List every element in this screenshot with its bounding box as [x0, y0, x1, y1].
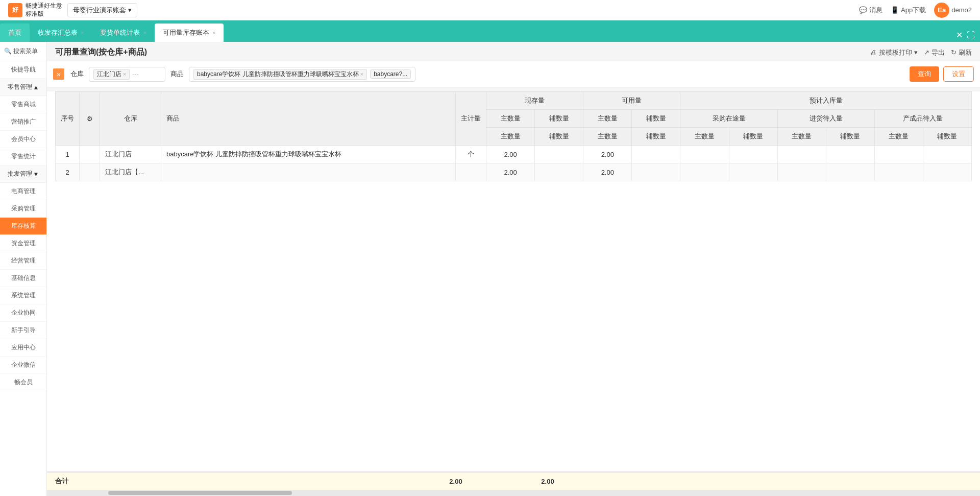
th-prod-aux: 辅数量	[923, 128, 971, 146]
warehouse-ellipsis[interactable]: ···	[133, 70, 139, 78]
scrollbar-thumb[interactable]	[108, 491, 292, 495]
tab-available-inventory[interactable]: 可用量库存账本 ×	[155, 23, 224, 42]
query-button[interactable]: 查询	[910, 66, 939, 82]
sidebar-item-enterprise-wechat[interactable]: 企业微信	[0, 357, 46, 374]
product-filter-input[interactable]: babycare学饮杯 儿童防摔防撞吸管杯重力球吸嘴杯宝宝水杯 × babyca…	[189, 67, 415, 82]
cell-goods-aux	[826, 146, 874, 163]
gear-icon[interactable]: ⚙	[87, 115, 93, 123]
th-avail-aux: 辅数量	[632, 110, 680, 128]
horizontal-scrollbar[interactable]	[47, 490, 980, 496]
sidebar-item-retail-mgmt[interactable]: 零售管理 ▲	[0, 79, 46, 96]
close-tab-receive-summary[interactable]: ×	[81, 30, 84, 36]
print-btn[interactable]: 🖨 按模板打印 ▾	[870, 48, 918, 57]
footer-spacer	[137, 478, 433, 485]
sidebar-item-quick-nav[interactable]: 快捷导航	[0, 61, 46, 79]
th-no: 序号	[56, 92, 80, 146]
cell-warehouse: 江北门店【...	[100, 163, 161, 181]
cell-prod-aux	[923, 163, 971, 181]
sidebar-item-purchase-mgmt[interactable]: 采购管理	[0, 200, 46, 218]
filter-bar: » 仓库 江北门店 × ··· 商品 babycare学饮杯 儿童防摔防撞吸管杯…	[47, 61, 980, 87]
th-purchase-main: 主数量	[680, 128, 729, 146]
app-icon: 📱	[891, 6, 899, 14]
content-area: 可用量查询(按仓库+商品) 🖨 按模板打印 ▾ ↗ 导出 ↻ 刷新 »	[47, 42, 980, 496]
cell-goods-aux	[826, 163, 874, 181]
sidebar-item-enterprise-collab[interactable]: 企业协同	[0, 304, 46, 322]
th-goods-main: 主数量	[777, 128, 826, 146]
cell-stock-aux	[535, 146, 583, 163]
th-available: 可用量	[583, 92, 680, 110]
top-bar-left: 好 畅捷通好生意 标准版 母婴行业演示账套 ▾	[8, 2, 137, 18]
cell-settings	[80, 146, 100, 163]
cell-purchase-main	[680, 146, 729, 163]
sidebar-item-retail-mall[interactable]: 零售商城	[0, 96, 46, 113]
app-download-btn[interactable]: 📱 App下载	[891, 6, 926, 15]
sidebar-item-operations[interactable]: 经营管理	[0, 252, 46, 270]
cell-purchase-aux	[729, 146, 777, 163]
user-profile[interactable]: Ea demo2	[934, 3, 972, 18]
sidebar-item-retail-stats[interactable]: 零售统计	[0, 148, 46, 166]
product-tag-2: babycare?...	[370, 69, 411, 79]
logo-area: 好 畅捷通好生意 标准版	[8, 2, 62, 18]
page-title: 可用量查询(按仓库+商品)	[55, 47, 147, 58]
print-icon: 🖨	[870, 49, 877, 56]
maximize-icon[interactable]: ⛶	[967, 31, 975, 40]
footer-stock-aux	[479, 478, 525, 485]
sidebar-item-system-mgmt[interactable]: 系统管理	[0, 287, 46, 304]
nav-tabs-bar: 首页 收发存汇总表 × 要货单统计表 × 可用量库存账本 × ✕ ⛶	[0, 20, 980, 42]
th-products-in: 产成品待入量	[874, 110, 971, 128]
table-row: 2 江北门店【... 2.00 2.00	[56, 163, 972, 181]
th-avail-main: 主数量	[583, 110, 632, 128]
sidebar-item-ecommerce[interactable]: 电商管理	[0, 183, 46, 200]
th-purchase-in: 采购在途量	[680, 110, 777, 128]
footer-avail-main: 2.00	[525, 478, 571, 485]
top-bar: 好 畅捷通好生意 标准版 母婴行业演示账套 ▾ 💬 消息 📱 App下载 Ea …	[0, 0, 980, 20]
cell-avail-main: 2.00	[583, 146, 632, 163]
sidebar-item-basic-info[interactable]: 基础信息	[0, 270, 46, 287]
settings-button[interactable]: 设置	[943, 66, 974, 82]
th-prod-main: 主数量	[874, 128, 923, 146]
sidebar-item-app-center[interactable]: 应用中心	[0, 339, 46, 357]
sidebar-item-marketing[interactable]: 营销推广	[0, 113, 46, 131]
cell-product: babycare学饮杯 儿童防摔防撞吸管杯重力球吸嘴杯宝宝水杯	[161, 146, 456, 163]
table-container: 序号 ⚙ 仓库 商品 主计量 现存量 可用量 预计入库量 主数量 辅数量	[47, 91, 980, 471]
tab-receive-summary[interactable]: 收发存汇总表 ×	[30, 23, 92, 42]
warehouse-tag-1: 江北门店 ×	[93, 69, 130, 80]
th-warehouse: 仓库	[100, 92, 161, 146]
remove-warehouse-tag[interactable]: ×	[123, 71, 126, 77]
footer-stock-main: 2.00	[433, 478, 479, 485]
refresh-btn[interactable]: ↻ 刷新	[951, 48, 972, 57]
sidebar-item-newcomer[interactable]: 新手引导	[0, 322, 46, 339]
nav-tabs-actions: ✕ ⛶	[956, 30, 980, 42]
close-tab-available-inventory[interactable]: ×	[212, 30, 215, 36]
sidebar-item-member-center[interactable]: 会员中心	[0, 131, 46, 148]
message-btn[interactable]: 💬 消息	[859, 6, 883, 15]
th-product: 商品	[161, 92, 456, 146]
tab-home[interactable]: 首页	[0, 23, 30, 42]
footer-values: 2.00 2.00	[137, 478, 972, 485]
th-stock-aux: 辅数量	[535, 110, 583, 128]
cell-unit	[456, 163, 486, 181]
sidebar-item-finance[interactable]: 资金管理	[0, 235, 46, 252]
page-header-actions: 🖨 按模板打印 ▾ ↗ 导出 ↻ 刷新	[870, 48, 972, 57]
account-dropdown[interactable]: 母婴行业演示账套 ▾	[67, 3, 137, 17]
cell-avail-aux	[632, 163, 680, 181]
expand-filter-btn[interactable]: »	[53, 68, 64, 80]
close-window-icon[interactable]: ✕	[956, 30, 963, 40]
tab-order-stats[interactable]: 要货单统计表 ×	[92, 23, 154, 42]
print-dropdown-icon: ▾	[914, 49, 918, 56]
sidebar-item-wholesale-mgmt[interactable]: 批发管理 ▼	[0, 166, 46, 183]
cell-prod-aux	[923, 146, 971, 163]
th-settings[interactable]: ⚙	[80, 92, 100, 146]
sidebar-item-member[interactable]: 畅会员	[0, 374, 46, 391]
sidebar-search-btn[interactable]: 🔍 搜索菜单	[0, 42, 46, 61]
th-unit: 主计量	[456, 92, 486, 146]
sidebar-item-inventory[interactable]: 库存核算	[0, 218, 46, 235]
remove-product-tag-1[interactable]: ×	[360, 71, 363, 77]
th-stock: 现存量	[486, 92, 583, 110]
table-row: 1 江北门店 babycare学饮杯 儿童防摔防撞吸管杯重力球吸嘴杯宝宝水杯 个…	[56, 146, 972, 163]
filter-row: 仓库 江北门店 × ··· 商品 babycare学饮杯 儿童防摔防撞吸管杯重力…	[70, 67, 903, 82]
warehouse-filter-input[interactable]: 江北门店 × ···	[89, 67, 165, 82]
cell-purchase-aux	[729, 163, 777, 181]
close-tab-order-stats[interactable]: ×	[143, 30, 146, 36]
export-btn[interactable]: ↗ 导出	[924, 48, 945, 57]
